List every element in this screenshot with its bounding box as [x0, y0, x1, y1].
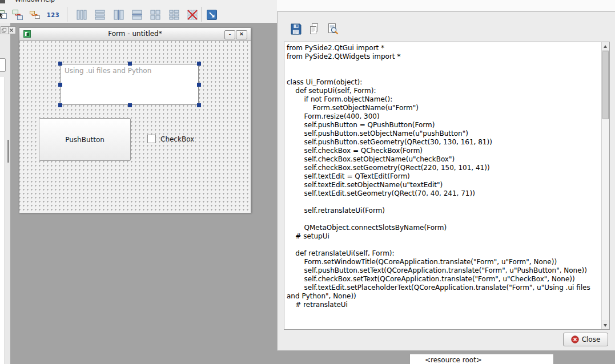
resize-handle-top-left[interactable]	[58, 62, 62, 66]
close-circle-icon	[571, 335, 579, 343]
dock-scrollbar-thumb[interactable]	[7, 140, 9, 163]
checkbox-label: CheckBox	[160, 135, 194, 143]
layout-vertical-splitter-icon[interactable]	[131, 9, 143, 21]
save-icon[interactable]	[289, 22, 303, 36]
widget-box-list	[0, 77, 5, 364]
layout-vertical-icon[interactable]	[94, 9, 106, 21]
textedit-selection: Using .ui files and Python	[61, 64, 199, 105]
find-icon[interactable]	[326, 22, 340, 36]
menu-help[interactable]: Help	[41, 0, 55, 3]
tab-order-label: 123	[47, 12, 59, 18]
resource-root-item[interactable]: <resource root>	[425, 356, 482, 364]
code-view[interactable]: from PySide2.QtGui import * from PySide2…	[284, 42, 602, 329]
adjust-size-icon[interactable]	[206, 9, 218, 21]
edit-buddies-icon[interactable]	[29, 9, 41, 21]
dock-float-button[interactable]	[1, 26, 9, 34]
edit-tab-order-icon[interactable]: 123	[47, 9, 59, 21]
pushbutton-label: PushButton	[65, 136, 104, 144]
close-button-label: Close	[582, 335, 601, 343]
resize-handle-bottom[interactable]	[128, 103, 132, 107]
toolbar-separator	[67, 7, 67, 22]
code-vertical-scrollbar[interactable]	[601, 42, 609, 329]
resize-handle-top[interactable]	[128, 62, 132, 66]
layout-form-icon[interactable]	[168, 9, 180, 21]
widget-filter-input[interactable]	[0, 58, 6, 72]
toolbar-separator	[201, 7, 202, 22]
resize-handle-left[interactable]	[58, 83, 62, 87]
minimize-button[interactable]: -	[224, 30, 235, 39]
dialog-backdrop	[277, 0, 615, 12]
widget-box-dock	[0, 23, 10, 364]
pushbutton-widget[interactable]: PushButton	[39, 118, 131, 161]
textedit-placeholder: Using .ui files and Python	[65, 67, 151, 75]
close-icon	[9, 27, 14, 33]
form-window-titlebar[interactable]: Form - untitled* - ✕	[19, 28, 251, 41]
window-icon-fragment	[0, 0, 6, 4]
checkbox-indicator[interactable]	[147, 135, 156, 143]
form-canvas[interactable]: Using .ui files and Python PushButton Ch…	[19, 41, 251, 213]
close-button[interactable]: ✕	[236, 30, 247, 39]
resize-handle-right[interactable]	[197, 83, 201, 87]
dock-close-button[interactable]	[8, 26, 16, 34]
resize-handle-bottom-left[interactable]	[58, 103, 62, 107]
edit-signals-slots-icon[interactable]	[11, 9, 24, 21]
scrollbar-thumb[interactable]	[602, 51, 609, 119]
form-window-title: Form - untitled*	[19, 30, 251, 38]
form-window: Form - untitled* - ✕ Using .ui files and…	[19, 27, 251, 213]
resize-handle-top-right[interactable]	[197, 62, 201, 66]
menu-window[interactable]: Window	[15, 0, 39, 3]
layout-horizontal-splitter-icon[interactable]	[112, 9, 125, 21]
break-layout-icon[interactable]	[186, 9, 199, 21]
qt-designer-screen: Window Help 123	[0, 0, 615, 364]
resize-handle-bottom-right[interactable]	[197, 103, 201, 107]
code-preview-dialog: from PySide2.QtGui import * from PySide2…	[277, 11, 615, 351]
scroll-down-icon[interactable]	[602, 321, 609, 329]
copy-icon[interactable]	[307, 22, 321, 36]
resource-panel: <resource root>	[409, 354, 554, 364]
scroll-up-icon[interactable]	[602, 42, 609, 51]
checkbox-widget[interactable]: CheckBox	[147, 135, 194, 143]
layout-grid-icon[interactable]	[149, 9, 162, 21]
code-area: from PySide2.QtGui import * from PySide2…	[284, 42, 610, 330]
layout-horizontal-icon[interactable]	[75, 9, 88, 21]
float-icon	[1, 27, 7, 33]
edit-widgets-icon[interactable]	[0, 9, 8, 21]
dialog-close-button[interactable]: Close	[563, 333, 608, 346]
textedit-widget[interactable]: Using .ui files and Python	[61, 64, 199, 105]
